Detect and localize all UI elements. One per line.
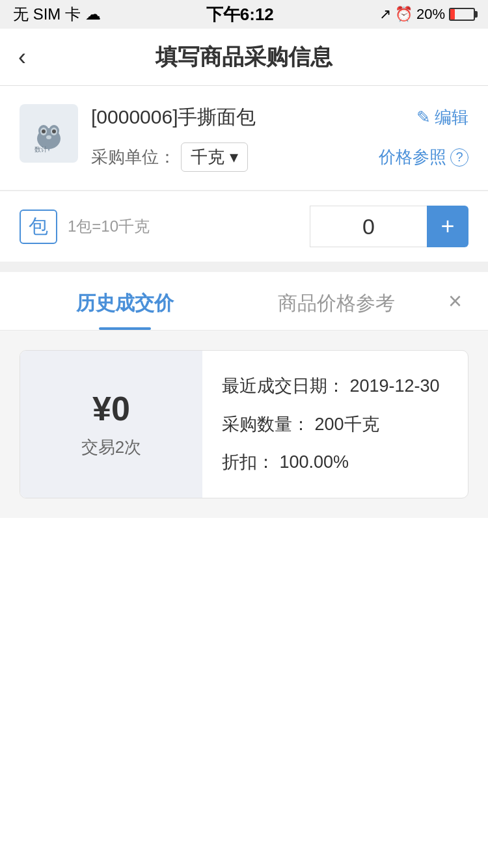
section-divider xyxy=(0,262,488,272)
history-left: ¥0 交易2次 xyxy=(20,351,202,498)
sim-label: 无 SIM 卡 ☁ xyxy=(13,4,101,25)
price-ref-label: 价格参照 xyxy=(379,146,446,169)
product-card: 数计 [0000006]手撕面包 ✎ 编辑 采购单位： 千克 ▾ 价格参照 ? xyxy=(0,86,488,191)
product-name: [0000006]手撕面包 xyxy=(91,104,256,131)
edit-icon: ✎ xyxy=(416,107,431,128)
status-right: ↗ ⏰ 20% xyxy=(379,6,475,23)
edit-label: 编辑 xyxy=(435,106,468,129)
svg-text:数计: 数计 xyxy=(34,146,47,153)
product-name-row: [0000006]手撕面包 ✎ 编辑 xyxy=(91,104,468,131)
tab-underline xyxy=(99,327,151,330)
svg-point-5 xyxy=(42,129,46,133)
discount-label: 折扣： xyxy=(222,452,275,472)
purchase-unit-row: 采购单位： 千克 ▾ 价格参照 ? xyxy=(91,142,468,172)
history-price: ¥0 xyxy=(92,389,130,428)
header-nav: ‹ 填写商品采购信息 xyxy=(0,29,488,86)
battery-pct: 20% xyxy=(416,6,445,23)
tab-product-price-ref[interactable]: 商品价格参考 xyxy=(230,272,441,330)
edit-button[interactable]: ✎ 编辑 xyxy=(416,106,468,129)
bottom-space xyxy=(0,518,488,869)
product-image-icon: 数计 xyxy=(29,114,68,153)
history-times: 交易2次 xyxy=(81,436,141,459)
tabs-container: 历史成交价 商品价格参考 × xyxy=(0,272,488,331)
product-thumbnail: 数计 xyxy=(20,104,78,163)
history-right: 最近成交日期： 2019-12-30 采购数量： 200千克 折扣： 100.0… xyxy=(202,351,468,498)
history-date-row: 最近成交日期： 2019-12-30 xyxy=(222,373,448,400)
quantity-unit-info: 包 1包=10千克 xyxy=(20,210,150,244)
help-icon[interactable]: ? xyxy=(450,148,468,167)
qty-input-row: + xyxy=(310,206,468,247)
unit-badge: 包 xyxy=(20,210,57,244)
page-title: 填写商品采购信息 xyxy=(156,42,332,72)
battery-icon xyxy=(449,8,475,21)
tabs-row: 历史成交价 商品价格参考 xyxy=(20,272,442,330)
svg-point-6 xyxy=(52,129,56,133)
price-reference-button[interactable]: 价格参照 ? xyxy=(379,146,468,169)
history-qty-row: 采购数量： 200千克 xyxy=(222,411,448,438)
date-label: 最近成交日期： xyxy=(222,376,345,396)
close-tab-button[interactable]: × xyxy=(442,281,468,321)
status-left: 无 SIM 卡 ☁ xyxy=(13,4,101,25)
back-button[interactable]: ‹ xyxy=(18,44,26,71)
qty-value: 200千克 xyxy=(315,414,379,434)
unit-select[interactable]: 千克 ▾ xyxy=(181,142,248,172)
product-info: [0000006]手撕面包 ✎ 编辑 采购单位： 千克 ▾ 价格参照 ? xyxy=(91,104,468,172)
plus-button[interactable]: + xyxy=(427,206,468,247)
dropdown-arrow-icon: ▾ xyxy=(230,147,238,167)
svg-point-7 xyxy=(46,135,51,139)
unit-label: 采购单位： xyxy=(91,146,176,169)
history-discount-row: 折扣： 100.00% xyxy=(222,449,448,476)
status-time: 下午6:12 xyxy=(206,3,274,26)
unit-value: 千克 xyxy=(191,146,224,169)
status-bar: 无 SIM 卡 ☁ 下午6:12 ↗ ⏰ 20% xyxy=(0,0,488,29)
qty-label: 采购数量： xyxy=(222,414,310,434)
date-value: 2019-12-30 xyxy=(350,376,440,396)
alarm-icon: ⏰ xyxy=(395,6,413,23)
svg-marker-8 xyxy=(47,148,50,152)
location-icon: ↗ xyxy=(379,6,391,23)
quantity-row: 包 1包=10千克 + xyxy=(0,191,488,262)
quantity-input[interactable] xyxy=(310,206,427,247)
unit-conversion: 1包=10千克 xyxy=(68,216,150,237)
discount-value: 100.00% xyxy=(280,452,349,472)
history-card: ¥0 交易2次 最近成交日期： 2019-12-30 采购数量： 200千克 折… xyxy=(20,350,468,498)
tab-history-price[interactable]: 历史成交价 xyxy=(20,272,230,330)
